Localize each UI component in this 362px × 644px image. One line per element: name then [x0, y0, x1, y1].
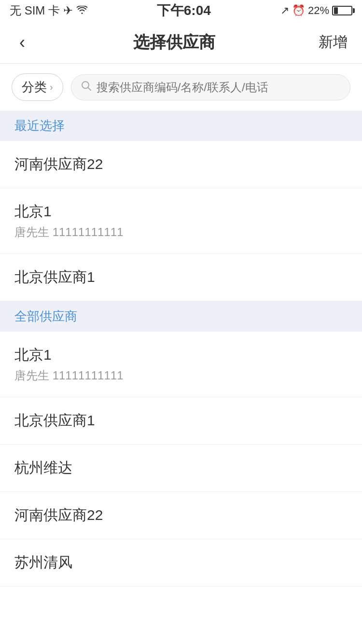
status-time: 下午6:04 — [157, 1, 211, 20]
status-right: ↗ ⏰ 22% — [280, 4, 352, 17]
list-item[interactable]: 苏州清风 — [0, 539, 362, 587]
list-item[interactable]: 北京1 唐先生 11111111111 — [0, 332, 362, 397]
recent-items-list: 河南供应商22 北京1 唐先生 11111111111 北京供应商1 — [0, 141, 362, 301]
page-title: 选择供应商 — [133, 31, 215, 54]
list-item[interactable]: 北京供应商1 — [0, 254, 362, 301]
chevron-right-icon: › — [50, 82, 53, 93]
all-section-header: 全部供应商 — [0, 301, 362, 332]
svg-line-1 — [88, 87, 91, 90]
category-label: 分类 — [22, 79, 47, 96]
item-sub: 唐先生 11111111111 — [14, 368, 348, 383]
item-name: 河南供应商22 — [14, 154, 348, 174]
item-name: 河南供应商22 — [14, 505, 348, 525]
add-button[interactable]: 新增 — [319, 32, 348, 52]
battery-percentage: 22% — [308, 4, 329, 17]
wifi-icon — [77, 4, 87, 17]
item-name: 苏州清风 — [14, 553, 348, 573]
list-item[interactable]: 河南供应商22 — [0, 492, 362, 539]
location-icon: ↗ — [280, 4, 289, 17]
no-sim-text: 无 SIM 卡 ✈ — [10, 3, 73, 18]
search-icon — [81, 81, 92, 94]
filter-bar: 分类 › — [0, 64, 362, 111]
item-name: 北京供应商1 — [14, 267, 348, 287]
item-name: 北京1 — [14, 345, 348, 365]
item-name: 北京供应商1 — [14, 411, 348, 431]
list-item[interactable]: 河南供应商22 — [0, 141, 362, 188]
list-item[interactable]: 北京1 唐先生 11111111111 — [0, 188, 362, 254]
all-items-list: 北京1 唐先生 11111111111 北京供应商1 杭州维达 河南供应商22 … — [0, 332, 362, 587]
item-sub: 唐先生 11111111111 — [14, 224, 348, 240]
recent-section-header: 最近选择 — [0, 111, 362, 141]
back-button[interactable]: ‹ — [14, 28, 30, 57]
status-left: 无 SIM 卡 ✈ — [10, 3, 87, 18]
item-name: 杭州维达 — [14, 458, 348, 478]
all-section-title: 全部供应商 — [14, 309, 77, 323]
list-item[interactable]: 北京供应商1 — [0, 397, 362, 445]
search-input[interactable] — [97, 81, 340, 94]
item-name: 北京1 — [14, 202, 348, 222]
category-filter-button[interactable]: 分类 › — [12, 73, 63, 101]
status-bar: 无 SIM 卡 ✈ 下午6:04 ↗ ⏰ 22% — [0, 0, 362, 21]
recent-section-title: 最近选择 — [14, 118, 65, 133]
alarm-icon: ⏰ — [292, 4, 305, 17]
list-item[interactable]: 杭州维达 — [0, 445, 362, 492]
nav-bar: ‹ 选择供应商 新增 — [0, 21, 362, 64]
search-box[interactable] — [71, 74, 350, 100]
battery-icon — [332, 6, 352, 15]
battery-fill — [334, 7, 338, 14]
